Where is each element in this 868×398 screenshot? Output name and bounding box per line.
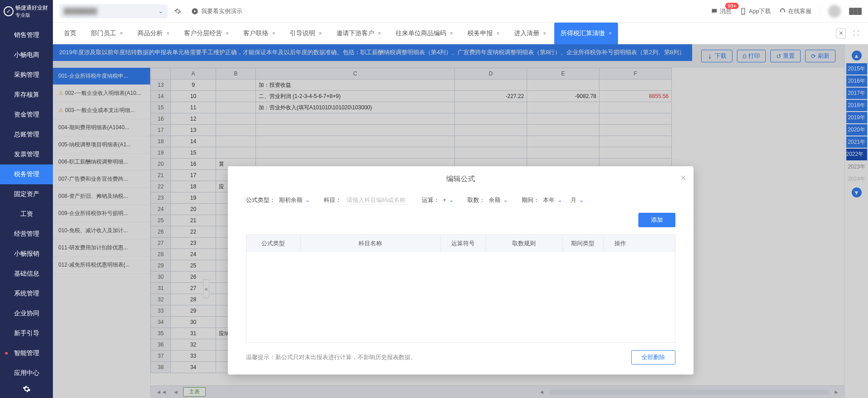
tab-3[interactable]: 客户分层经营×: [178, 23, 235, 44]
nav-item-4[interactable]: 资金管理: [0, 105, 53, 125]
tab-close-icon[interactable]: ×: [496, 30, 500, 37]
field-subject-input[interactable]: [345, 196, 408, 205]
modal-col-5: 操作: [604, 235, 637, 252]
edit-formula-modal: 编辑公式 × 公式类型： 期初余额⌄ 科目： 运算： +⌄ 取数：: [228, 166, 693, 375]
nav-item-9[interactable]: 工资: [0, 204, 53, 224]
nav-item-3[interactable]: 库存核算: [0, 85, 53, 105]
nav-item-17[interactable]: 应用中心: [0, 363, 53, 380]
tab-close-icon[interactable]: ×: [319, 30, 322, 37]
tab-close-icon[interactable]: ×: [272, 30, 275, 37]
tab-0[interactable]: 首页: [57, 23, 83, 44]
user-name: ███: [849, 8, 862, 14]
nav-item-1[interactable]: 小畅电商: [0, 45, 53, 65]
sidebar: ✓ 畅捷通好业财 专业版 销售管理小畅电商采购管理库存核算资金管理总账管理发票管…: [0, 0, 53, 398]
modal-close-icon[interactable]: ×: [681, 173, 686, 183]
tab-close-icon[interactable]: ×: [166, 30, 170, 37]
demo-link[interactable]: 我要看实例演示: [191, 7, 242, 15]
nav-item-11[interactable]: 小畅报销: [0, 244, 53, 264]
chevron-down-icon: ⌄: [158, 8, 163, 14]
topbar: ████████ ⌄ 我要看实例演示 消息 99+ App下载: [53, 0, 868, 23]
tab-9[interactable]: 进入清册×: [508, 23, 552, 44]
avatar[interactable]: [828, 5, 841, 18]
tabbar: 首页部门员工×商品分析×客户分层经营×客户联络×引导说明×邀请下游客户×往来单位…: [53, 23, 868, 44]
tab-8[interactable]: 税务申报×: [461, 23, 506, 44]
field-type-select[interactable]: 期初余额⌄: [279, 196, 310, 205]
modal-tip: 温馨提示：新公式只对未出报表进行计算，不影响历史报表数据。: [246, 353, 416, 361]
app-download[interactable]: App下载: [740, 7, 771, 15]
svg-point-0: [743, 13, 744, 14]
tab-7[interactable]: 往来单位商品编码×: [389, 23, 459, 44]
close-all-tabs-icon[interactable]: ✕: [836, 28, 846, 38]
field-period-label: 期间：: [522, 196, 539, 204]
nav-item-12[interactable]: 基础信息: [0, 264, 53, 284]
nav-item-10[interactable]: 经营管理: [0, 224, 53, 244]
field-period-year-select[interactable]: 本年⌄: [543, 196, 562, 205]
modal-col-2: 运算符号: [441, 235, 486, 252]
nav-item-6[interactable]: 发票管理: [0, 145, 53, 164]
modal-title: 编辑公式: [446, 175, 475, 183]
nav-item-8[interactable]: 固定资产: [0, 184, 53, 204]
formula-table: 公式类型科目名称运算符号取数规则期间类型操作: [246, 234, 675, 343]
tab-close-icon[interactable]: ×: [120, 30, 123, 37]
field-fetch-label: 取数：: [467, 196, 485, 204]
field-op-select[interactable]: +⌄: [443, 197, 454, 204]
main: ████████ ⌄ 我要看实例演示 消息 99+ App下载: [53, 0, 868, 398]
tab-close-icon[interactable]: ×: [450, 30, 453, 37]
add-button[interactable]: 添加: [638, 213, 675, 227]
nav-item-7[interactable]: 税务管理: [0, 164, 53, 184]
tab-close-icon[interactable]: ×: [378, 30, 381, 37]
service-label: 在线客服: [788, 7, 811, 15]
nav-item-13[interactable]: 系统管理: [0, 284, 53, 304]
modal-col-1: 科目名称: [301, 235, 441, 252]
nav-item-14[interactable]: 企业协同: [0, 304, 53, 323]
nav-item-5[interactable]: 总账管理: [0, 125, 53, 145]
tab-5[interactable]: 引导说明×: [283, 23, 328, 44]
tab-close-icon[interactable]: ×: [543, 30, 546, 37]
delete-all-button[interactable]: 全部删除: [631, 350, 675, 365]
messages-badge: 99+: [725, 3, 739, 9]
field-op-label: 运算：: [422, 196, 439, 204]
brand: ✓ 畅捷通好业财 专业版: [0, 0, 53, 23]
nav-item-16[interactable]: 智能管理: [0, 343, 53, 363]
nav-item-2[interactable]: 采购管理: [0, 65, 53, 85]
field-period-month-select[interactable]: 月⌄: [571, 196, 584, 205]
modal-mask: 编辑公式 × 公式类型： 期初余额⌄ 科目： 运算： +⌄ 取数：: [53, 44, 868, 398]
tab-close-icon[interactable]: ×: [226, 30, 229, 37]
demo-label: 我要看实例演示: [201, 7, 242, 15]
download-label: App下载: [749, 7, 771, 15]
modal-col-3: 取数规则: [486, 235, 563, 252]
customer-service[interactable]: 在线客服: [779, 7, 811, 15]
tab-close-icon[interactable]: ×: [609, 30, 612, 37]
tab-1[interactable]: 部门员工×: [85, 23, 129, 44]
tab-4[interactable]: 客户联络×: [237, 23, 282, 44]
tab-2[interactable]: 商品分析×: [131, 23, 176, 44]
field-subject-label: 科目：: [324, 196, 341, 204]
org-settings-icon[interactable]: [174, 8, 181, 15]
messages[interactable]: 消息 99+: [711, 7, 731, 15]
field-type-label: 公式类型：: [246, 196, 275, 204]
fullscreen-icon[interactable]: ⛶: [853, 30, 859, 37]
org-selector[interactable]: ████████ ⌄: [59, 4, 168, 19]
nav-item-15[interactable]: 新手引导: [0, 323, 53, 343]
modal-col-4: 期间类型: [563, 235, 604, 252]
brand-edition: 专业版: [15, 12, 48, 19]
modal-col-0: 公式类型: [246, 235, 301, 252]
tab-10[interactable]: 所得税汇算清缴×: [554, 23, 618, 44]
field-fetch-select[interactable]: 余额⌄: [489, 196, 508, 205]
nav-item-0[interactable]: 销售管理: [0, 25, 53, 45]
settings-gear-icon[interactable]: [0, 380, 53, 398]
tab-6[interactable]: 邀请下游客户×: [330, 23, 387, 44]
brand-name: 畅捷通好业财: [15, 4, 48, 12]
brand-icon: ✓: [4, 6, 14, 16]
